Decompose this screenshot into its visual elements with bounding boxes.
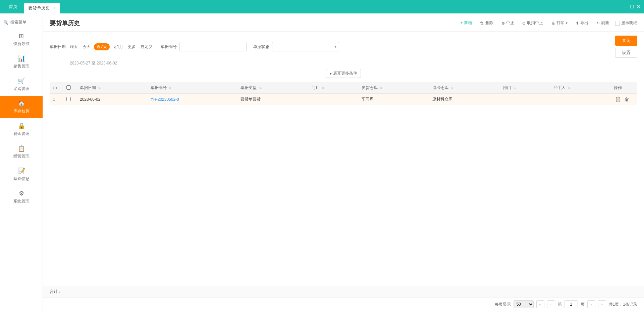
th-settings: ⚙: [50, 82, 63, 94]
custom-btn[interactable]: 自定义: [139, 44, 154, 50]
date-range-row: 2023-05-27 至 2023-06-02: [50, 60, 637, 66]
last7days-btn[interactable]: 近7天: [94, 43, 110, 50]
window-controls: — □ ✕: [622, 4, 641, 10]
row-checkbox[interactable]: [66, 97, 71, 101]
th-number[interactable]: 单据编号 ⇅: [147, 82, 237, 94]
doc-number-input[interactable]: [179, 42, 247, 51]
sidebar-item-purchase[interactable]: 🛒 采购管理: [0, 73, 43, 96]
total-info: 共1页，1条记录: [609, 302, 637, 307]
sidebar-item-quick-nav[interactable]: ⊞ 快捷导航: [0, 28, 43, 51]
row-delete-button[interactable]: 🗑: [623, 96, 631, 103]
row-edit-button[interactable]: 📋: [614, 96, 622, 103]
sidebar-item-label: 采购管理: [13, 86, 30, 92]
th-from-warehouse[interactable]: 要货仓库 ⇅: [358, 82, 429, 94]
more-btn[interactable]: 更多: [126, 44, 137, 50]
th-type[interactable]: 单据类型 ⇅: [237, 82, 308, 94]
purchase-icon: 🛒: [18, 77, 25, 85]
page-header: 要货单历史 + 新增 🗑 删除 ⊗ 中止 ⊙ 取消中止: [43, 13, 644, 32]
refresh-icon: ↻: [596, 21, 600, 26]
th-action: 操作: [610, 82, 637, 94]
new-button[interactable]: + 新增: [459, 19, 474, 27]
table-row[interactable]: 1 2023-06-02 YH-20230602-0 要货单要货 车间库 原材料…: [50, 94, 637, 105]
tab-close-icon[interactable]: ×: [53, 6, 56, 10]
footer-total-label: 合计：: [50, 289, 62, 295]
export-icon: ⬆: [576, 21, 579, 26]
last1month-btn[interactable]: 近1月: [112, 44, 125, 50]
today-btn[interactable]: 今天: [81, 44, 92, 50]
tab-home[interactable]: 首页: [3, 0, 23, 13]
page-jump-word: 第: [558, 302, 562, 307]
basic-icon: 📝: [18, 167, 25, 175]
th-store[interactable]: 门店 ⇅: [308, 82, 359, 94]
sidebar-item-system[interactable]: ⚙ 系统管理: [0, 186, 43, 208]
cell-action: 📋 🗑: [610, 94, 637, 105]
page-number-input[interactable]: [565, 300, 578, 308]
refresh-button[interactable]: ↻ 刷新: [594, 19, 611, 27]
th-to-warehouse[interactable]: 待出仓库 ⇅: [429, 82, 500, 94]
last-page-button[interactable]: »: [598, 300, 606, 308]
th-store-sort-icon: ⇅: [322, 86, 324, 90]
sidebar-item-label: 资金管理: [13, 131, 30, 137]
delete-button[interactable]: 🗑 删除: [478, 19, 495, 27]
sidebar-item-operations[interactable]: 📋 经营管理: [0, 141, 43, 163]
refresh-label: 刷新: [601, 20, 609, 26]
page-size-label: 每页显示: [495, 302, 511, 307]
first-page-button[interactable]: «: [536, 300, 544, 308]
show-detail-toggle[interactable]: 显示明细: [615, 20, 637, 26]
stop-button[interactable]: ⊗ 中止: [499, 19, 516, 27]
show-detail-checkbox[interactable]: [615, 21, 620, 26]
th-handler[interactable]: 经手人 ⇅: [550, 82, 610, 94]
th-department[interactable]: 部门 ⇅: [500, 82, 550, 94]
maximize-icon[interactable]: □: [630, 4, 634, 10]
tab-active[interactable]: 要货单历史 ×: [24, 3, 60, 13]
th-department-label: 部门: [503, 85, 511, 90]
cell-type: 要货单要货: [237, 94, 308, 105]
export-button[interactable]: ⬆ 导出: [574, 19, 590, 27]
th-department-sort-icon: ⇅: [513, 86, 516, 90]
sidebar-item-label: 基础信息: [13, 176, 30, 182]
status-select-wrapper: ▾: [272, 42, 339, 51]
status-select[interactable]: [272, 42, 339, 51]
column-settings-icon[interactable]: ⚙: [53, 85, 57, 91]
stop-icon: ⊗: [501, 21, 505, 26]
top-bar: 首页 要货单历史 × — □ ✕: [0, 0, 644, 13]
prev-page-button[interactable]: ‹: [547, 300, 555, 308]
page-size-select[interactable]: 50 100: [514, 300, 534, 308]
print-icon: 🖨: [551, 21, 555, 26]
next-page-button[interactable]: ›: [587, 300, 595, 308]
settings-button[interactable]: 设置: [615, 48, 637, 58]
th-date[interactable]: 单据日期 ⇅: [76, 82, 147, 94]
th-to-warehouse-label: 待出仓库: [432, 85, 448, 90]
sidebar-item-finance[interactable]: 🔒 资金管理: [0, 118, 43, 141]
expand-label: 展开更多条件: [333, 71, 357, 76]
th-from-warehouse-label: 要货仓库: [362, 85, 378, 90]
th-number-label: 单据编号: [151, 85, 167, 90]
sidebar-item-label: 快捷导航: [13, 41, 30, 47]
content-area: 要货单历史 + 新增 🗑 删除 ⊗ 中止 ⊙ 取消中止: [43, 13, 644, 311]
doc-number-label: 单据编号: [161, 44, 177, 50]
print-button[interactable]: 🖨 打印 ▾: [549, 19, 570, 27]
sidebar-item-basic[interactable]: 📝 基础信息: [0, 163, 43, 186]
sidebar-item-inventory[interactable]: 🏠 库存核算: [0, 96, 43, 118]
search-icon: 🔍: [3, 20, 8, 25]
cancel-stop-button[interactable]: ⊙ 取消中止: [520, 19, 545, 27]
doc-number-filter-group: 单据编号: [161, 42, 247, 51]
sidebar-item-sales[interactable]: 📊 销售管理: [0, 51, 43, 73]
sidebar-search[interactable]: 🔍 搜索菜单: [0, 17, 43, 28]
delete-icon: 🗑: [480, 21, 484, 26]
cell-number: YH-20230602-0: [147, 94, 237, 105]
expand-button[interactable]: ▾ 展开更多条件: [326, 69, 361, 78]
cell-checkbox[interactable]: [63, 94, 76, 105]
close-window-icon[interactable]: ✕: [636, 4, 641, 10]
export-label: 导出: [580, 20, 588, 26]
sidebar-item-label: 库存核算: [13, 108, 30, 114]
query-button[interactable]: 查询: [615, 36, 637, 46]
minimize-icon[interactable]: —: [622, 4, 628, 10]
doc-number-link[interactable]: YH-20230602-0: [151, 97, 179, 102]
select-all-checkbox[interactable]: [66, 85, 71, 90]
th-date-label: 单据日期: [80, 85, 96, 90]
table-footer: 合计：: [43, 286, 644, 297]
operations-icon: 📋: [18, 145, 25, 152]
stop-label: 中止: [506, 20, 514, 26]
yesterday-btn[interactable]: 昨天: [68, 44, 79, 50]
